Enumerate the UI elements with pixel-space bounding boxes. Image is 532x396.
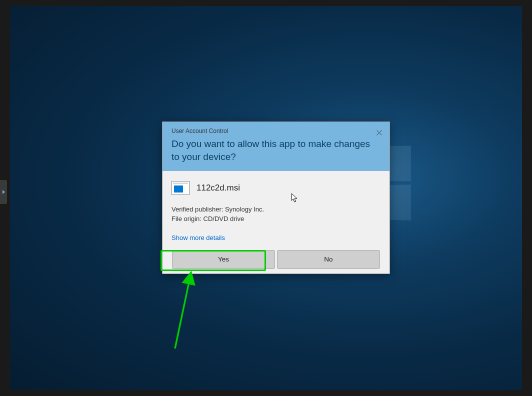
dialog-title: User Account Control (172, 128, 380, 134)
annotation-arrow (165, 268, 205, 354)
uac-dialog: User Account Control Do you want to allo… (162, 122, 390, 274)
chevron-right-icon (2, 190, 5, 194)
yes-button[interactable]: Yes (172, 250, 274, 268)
dialog-question: Do you want to allow this app to make ch… (172, 138, 380, 163)
desktop-background: User Account Control Do you want to allo… (10, 6, 522, 390)
uac-body: 112c2d.msi Verified publisher: Synology … (162, 171, 390, 274)
uac-header: User Account Control Do you want to allo… (162, 122, 390, 171)
app-info: 112c2d.msi (172, 181, 380, 195)
show-more-details-link[interactable]: Show more details (172, 234, 225, 242)
button-row: Yes No (172, 250, 380, 274)
publisher-line: Verified publisher: Synology Inc. (172, 205, 380, 214)
svg-line-3 (175, 278, 190, 348)
no-button[interactable]: No (278, 250, 380, 268)
close-icon (376, 130, 382, 136)
close-button[interactable] (372, 126, 386, 139)
side-panel-tab[interactable] (0, 180, 7, 204)
app-name: 112c2d.msi (196, 183, 240, 193)
origin-line: File origin: CD/DVD drive (172, 214, 380, 224)
app-meta: Verified publisher: Synology Inc. File o… (172, 205, 380, 224)
installer-icon (172, 181, 190, 195)
